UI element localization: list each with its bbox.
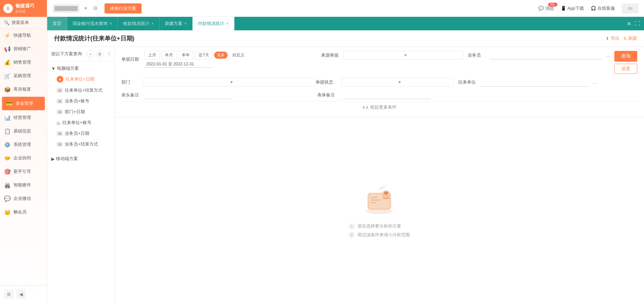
dept-select[interactable]: ▼ [144,78,316,87]
date-opt-custom[interactable]: 自定义 [229,51,248,59]
sidebar-item-sales[interactable]: 💰 销售管理 [0,56,47,69]
sidebar-item-basic-info[interactable]: 📋 基础信息 [0,124,47,138]
sidebar-item-quick-nav[interactable]: ⚡ 快捷导航 [0,29,47,42]
sidebar-item-inventory[interactable]: 📦 库存核算 [0,83,47,96]
messages-item[interactable]: 💬 消息 99+ [538,5,554,11]
unit-label: 往来单位 [458,79,478,85]
scheme-items-list: ●往来单位+日期▦往来单位+结算方式▦业务员+账号▦部门+日期 往来单位+账号▦… [47,73,114,150]
source-label: 来源单据 [321,52,341,58]
export-btn[interactable]: ⬆ 导出 [606,35,619,41]
refresh-btn[interactable]: ↻ 刷新 [623,35,637,41]
scheme-item-unit-date[interactable]: ●往来单位+日期 [47,73,114,85]
desktop-section-label: 电脑端方案 [57,65,79,71]
filter-row-2: 部门 ▼ 单据状态 ▼ [121,78,637,87]
date-opt-this-month[interactable]: 本月 [161,51,177,59]
query-btn[interactable]: 查询 [614,51,637,62]
scheme-item-label: 业务员+日期 [65,130,89,137]
desktop-section-arrow: ▼ [51,66,56,71]
tabs-expand-icon[interactable]: ⛶ [635,21,640,27]
salesman-label: 业务员 [468,52,488,58]
date-opt-more[interactable]: 更多 [214,52,228,59]
salesman-input[interactable] [490,51,603,59]
source-select[interactable]: ▼ [343,51,464,60]
tab-payment-stats-close[interactable]: × [226,21,229,26]
topbar-chevron-icon[interactable]: ▼ [84,6,88,11]
tip-num-1: 1 [349,223,355,229]
scheme-item-label: 往来单位+日期 [65,76,94,82]
scheme-item-label: 业务员+结算方式 [65,141,98,147]
sidebar-collapse-btn[interactable]: ◀ [16,290,26,299]
body-note-input[interactable] [343,91,431,99]
user-avatar[interactable]: Rit [622,3,639,13]
topbar-right: 💬 消息 99+ 📱 App下载 🎧 在线客服 Rit [538,3,639,13]
operations-icon: 📊 [4,114,11,121]
filter-settings-btn[interactable]: 设置 [614,64,637,74]
svg-rect-4 [371,200,381,201]
date-opt-7days[interactable]: 近7天 [195,51,213,59]
sidebar-item-label-wechat: 企业微信 [13,195,31,202]
scheme-collapse-btn[interactable]: 《 [106,51,110,57]
export-label: 导出 [611,35,619,41]
tab-receivable-stats-close[interactable]: × [151,21,154,26]
scheme-item-label: 往来单位+账号 [62,120,91,126]
app-download-item[interactable]: 📱 App下载 [561,5,584,11]
sidebar-item-finance[interactable]: 💳 资金管理 [2,97,45,110]
date-opt-this-year[interactable]: 本年 [178,51,194,59]
scheme-item-salesman-settle[interactable]: ▦业务员+结算方式 [47,139,114,150]
sales-icon: 💰 [4,59,11,66]
scheme-settings-btn[interactable]: ⚙ [96,50,104,58]
body-note-group: 表体备注 [317,91,457,99]
tab-bank-flow-close[interactable]: × [110,21,112,26]
scheme-item-unit-settle[interactable]: ▦往来单位+结算方式 [47,85,114,96]
sidebar-settings-btn[interactable]: ⚙ [4,290,13,299]
sidebar-item-member[interactable]: 👑 畅会员 [0,205,47,219]
scheme-item-dept-date[interactable]: ▦部门+日期 [47,107,114,117]
unit-input[interactable] [480,78,589,87]
dept-select-chevron: ▼ [230,80,312,85]
tab-payment-stats[interactable]: 付款情况统计 × [193,17,234,30]
scheme-add-btn[interactable]: + [87,50,94,58]
doc-status-select[interactable]: ▼ [341,78,454,87]
scheme-item-salesman-account[interactable]: ▦业务员+账号 [47,96,114,107]
mobile-section-title[interactable]: ▶ 移动端方案 [47,154,114,164]
sidebar-item-system[interactable]: ⚙️ 系统管理 [0,138,47,151]
tabs-close-all-icon[interactable]: ✕ [627,21,631,27]
app-name-group: 畅捷通巧 标准版 [16,3,34,14]
header-note-input[interactable] [144,91,231,99]
date-opt-last-month[interactable]: 上月 [144,51,160,59]
search-menu[interactable]: 🔍 搜索菜单 [0,17,47,29]
topbar-gear-icon[interactable]: ⚙ [93,5,98,11]
sidebar-footer: ⚙ ◀ [0,285,47,303]
desktop-section-title[interactable]: ▼ 电脑端方案 [47,63,114,73]
tab-home[interactable]: 首页 [47,17,67,30]
date-range-row [144,61,248,68]
empty-icon [359,183,400,216]
sidebar-item-operations[interactable]: 📊 经营管理 [0,111,47,124]
sidebar-item-hardware[interactable]: 🖨️ 智能硬件 [0,178,47,192]
unit-dots-btn[interactable]: ... [592,79,597,85]
app-download-label: App下载 [567,5,584,11]
sidebar-item-enterprise[interactable]: 🤝 企业协同 [0,151,47,165]
tab-new-scheme-close[interactable]: × [184,21,187,26]
sidebar-item-purchase[interactable]: 🛒 采购管理 [0,69,47,83]
tab-new-scheme[interactable]: 新建方案 × [159,17,193,30]
scheme-item-salesman-date[interactable]: ▦业务员+日期 [47,128,114,139]
scheme-table-icon: ▦ [57,99,63,103]
date-range-input[interactable] [144,61,212,68]
scheme-item-label: 部门+日期 [65,109,85,115]
trial-btn[interactable]: 体验行业方案 [105,3,142,13]
online-service-item[interactable]: 🎧 在线客服 [591,5,615,11]
sidebar-item-wechat[interactable]: 💬 企业微信 [0,192,47,205]
collapse-more-btn[interactable]: ∧∧ 收起更多条件 [121,101,637,113]
sidebar-item-guide[interactable]: 🎯 新手引导 [0,165,47,178]
source-select-chevron: ▼ [404,53,460,58]
tip-text-1: 请先选择要分析的方案 [357,223,401,229]
member-icon: 👑 [4,209,11,215]
topbar: ████████ ▼ ⚙ 体验行业方案 💬 消息 99+ 📱 App下载 🎧 在… [47,0,644,17]
sidebar-item-label-operations: 经营管理 [13,115,31,121]
tab-receivable-stats[interactable]: 收款情况统计 × [118,17,159,30]
sidebar-item-marketing[interactable]: 📢 营销推广 [0,42,47,56]
salesman-dots-btn[interactable]: ... [606,52,610,58]
scheme-item-unit-account[interactable]: 往来单位+账号 [47,117,114,128]
tab-bank-flow[interactable]: 现金银行流水查询 × [67,17,118,30]
